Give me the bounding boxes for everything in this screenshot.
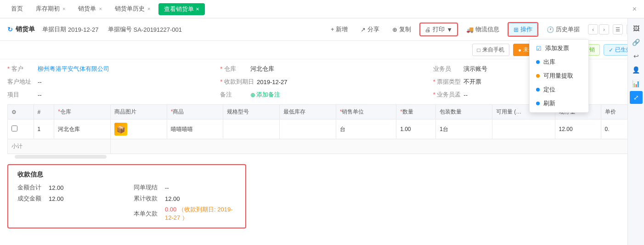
from-phone-button[interactable]: □ 来自手机 [472,44,509,56]
sidebar-back-icon[interactable]: ↩ [630,50,643,63]
owed-label: 本单欠款 [134,210,161,218]
cumulative-value: 12.00 [165,195,180,202]
radio-blue-icon [536,60,540,64]
list-view-btn[interactable]: ☰ [613,24,623,34]
transaction-label: 成交金额 [17,194,45,203]
th-product-img: 商品图片 [110,105,167,120]
print-button[interactable]: 🖨 打印 ▼ [420,23,457,35]
payment-title: 收款信息 [17,171,236,179]
row-unit: 台 [336,120,396,139]
warehouse-label: 仓库 [220,65,248,73]
operate-button[interactable]: ⊞ 操作 [508,23,537,36]
prev-arrow[interactable]: ‹ [588,24,598,34]
document-title: 销货单 [16,25,35,34]
date-value: 2019-12-27 [68,26,99,33]
history-button[interactable]: 🕐 历史单据 [542,23,584,35]
document-header: ↻ 销货单 单据日期 2019-12-27 单据编号 SA-20191227-0… [0,18,644,41]
sidebar-user-icon[interactable]: 👤 [630,63,643,76]
document-title-area: ↻ 销货单 [7,25,35,34]
horizontal-scrollbar[interactable] [15,155,107,159]
copy-button[interactable]: ⊕ 复制 [388,23,416,35]
row-checkbox[interactable] [8,120,34,139]
tab-sales[interactable]: 销货单 × [72,0,108,18]
th-unit: *销售单位 [336,105,396,120]
th-package-qty: 包装数量 [436,105,492,120]
close-view-sales-tab[interactable]: × [196,6,199,12]
close-sales-tab[interactable]: × [99,6,102,11]
logistics-button[interactable]: 🚚 物流信息 [462,23,504,35]
phone-icon: □ [477,47,480,53]
amount-row: 金额合计 12.00 [17,183,120,192]
logistics-icon: 🚚 [466,26,474,33]
sidebar-expand-icon[interactable]: ⤢ [630,91,643,104]
new-button[interactable]: + 新增 [326,23,352,35]
sidebar-link-icon[interactable]: 🔗 [630,36,643,49]
share-button[interactable]: ↗ 分享 [356,23,384,35]
tab-inventory[interactable]: 库存期初 × [29,0,72,18]
main-content: ↻ 销货单 单据日期 2019-12-27 单据编号 SA-20191227-0… [0,18,644,245]
operate-highlight: ⊞ 操作 [508,22,538,37]
payment-grid: 金额合计 12.00 同单现结 -- 成交金额 12.00 累计收款 12.00… [17,183,236,222]
same-order-value: -- [165,184,169,191]
history-icon: 🕐 [547,26,554,33]
owed-value: 0.00 （收款到期日: 2019-12-27 ） [165,205,236,222]
document-actions: + 新增 ↗ 分享 ⊕ 复制 🖨 打印 ▼ 🚚 物流信息 [326,22,637,37]
sidebar-image-icon[interactable]: 🖼 [630,22,643,35]
effective-icon: ✓ [609,47,613,53]
row-img: 📦 [110,120,167,139]
document-meta: 单据日期 2019-12-27 单据编号 SA-20191227-001 [42,25,182,34]
row-spec [223,120,280,139]
doc-icon: ↻ [7,26,13,33]
checkbox-icon: ☑ [536,45,542,52]
row-check-input[interactable] [11,125,17,131]
customer-value[interactable]: 柳州粤港平安气体有限公司 [38,65,109,73]
row-no: 1 [34,120,54,139]
close-sales-history-tab[interactable]: × [147,6,150,11]
ticket-value: 不开票 [463,78,481,86]
outbound-item[interactable]: 出库 [530,55,588,69]
operate-icon: ⊞ [514,26,519,33]
amount-label: 金额合计 [17,183,45,192]
next-arrow[interactable]: › [599,24,609,34]
tab-home[interactable]: 首页 [5,0,29,18]
row-available [492,120,555,139]
cumulative-row: 累计收款 12.00 [134,194,236,203]
nav-arrows: ‹ › [588,24,609,34]
same-order-row: 同单现结 -- [134,183,236,192]
subtotal-row: 小计 [8,139,637,154]
tab-bar: 首页 库存期初 × 销货单 × 销货单历史 × 查看销货单 × × [0,0,644,18]
owed-row: 本单欠款 0.00 （收款到期日: 2019-12-27 ） [134,205,236,222]
date-label: 单据日期 [42,25,66,34]
refresh-item[interactable]: 刷新 [530,97,588,110]
table-row: 1 河北仓库 📦 嘻嘻嘻嘻 台 1.00 1台 12.00 0. [8,120,637,139]
print-highlight: 🖨 打印 ▼ [419,23,458,36]
same-order-label: 同单现结 [134,183,161,192]
number-label: 单据编号 [108,25,132,34]
radio-orange-icon [536,74,540,78]
tab-sales-history[interactable]: 销货单历史 × [108,0,157,18]
th-quantity: *数量 [396,105,436,120]
radio-blue3-icon [536,102,540,105]
sidebar-chart-icon[interactable]: 📊 [630,77,643,90]
row-quantity: 1.00 [396,120,436,139]
due-date-label: 收款到期日 [220,78,254,86]
locate-item[interactable]: 定位 [530,83,588,97]
address-label: 客户地址 [7,78,35,86]
subtotal-label: 小计 [8,139,111,154]
row-min-stock [280,120,336,139]
add-note-button[interactable]: ⊕ 添加备注 [250,91,280,99]
project-field: 项目 -- [7,91,211,99]
close-inventory-tab[interactable]: × [62,6,65,11]
project-label: 项目 [7,91,35,99]
tab-view-sales[interactable]: 查看销货单 × [158,3,205,15]
available-qty-item[interactable]: 可用量提取 [530,69,588,83]
add-invoice-item[interactable]: ☑ 添加发票 [530,41,588,55]
customer-label: 客户 [7,65,35,73]
window-close-button[interactable]: × [630,5,639,13]
address-value: -- [38,79,42,85]
cumulative-label: 累计收款 [134,194,161,203]
ticket-label: 票据类型 [433,78,461,86]
plus-icon: ⊕ [250,91,255,98]
th-no: # [34,105,54,120]
row-stock: 12.00 [555,120,601,139]
